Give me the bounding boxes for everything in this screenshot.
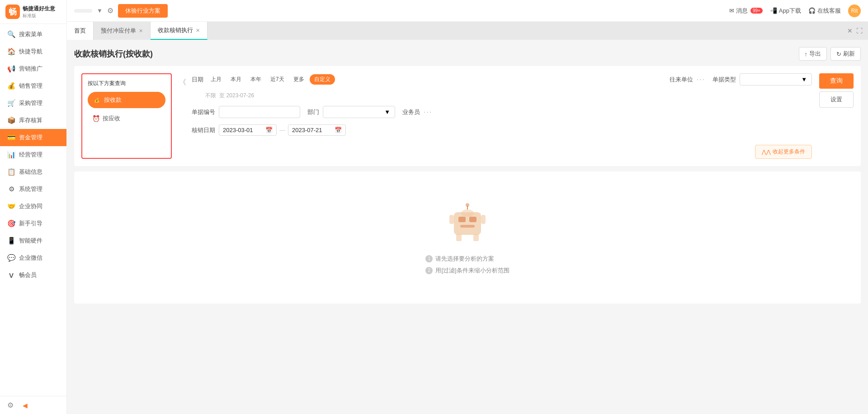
sidebar-item-collab[interactable]: 🤝 企业协同 — [0, 198, 66, 215]
date-tab-7days[interactable]: 近7天 — [267, 74, 288, 85]
system-icon: ⚙ — [7, 185, 15, 193]
sidebar-label-sales: 销售管理 — [19, 82, 42, 90]
counterpart-selector[interactable]: ··· — [697, 76, 705, 84]
sidebar-item-hardware[interactable]: 📱 智能硬件 — [0, 232, 66, 249]
setting-button[interactable]: 设置 — [819, 91, 854, 108]
verify-date-end-calendar-icon[interactable]: 📅 — [335, 127, 342, 133]
search-menu-icon: 🔍 — [7, 30, 15, 38]
doc-no-input[interactable] — [219, 106, 300, 118]
dept-label: 部门 — [307, 108, 319, 116]
chevron-up-icon: ⋀⋀ — [762, 149, 771, 155]
purchase-icon: 🛒 — [7, 99, 15, 107]
dept-filter: 部门 ▼ — [307, 106, 395, 118]
date-tab-last-month[interactable]: 上月 — [207, 74, 225, 85]
app-logo-icon: 畅 — [5, 5, 20, 19]
svg-rect-9 — [456, 234, 462, 241]
date-tab-more[interactable]: 更多 — [290, 74, 308, 85]
verify-date-start-calendar-icon[interactable]: 📅 — [265, 127, 273, 133]
more-conditions-row: ⋀⋀ 收起更多条件 — [192, 141, 812, 159]
sidebar-settings-icon[interactable]: ⚙ — [7, 401, 14, 409]
sidebar-label-inventory: 库存核算 — [19, 116, 42, 124]
sidebar-item-basic-info[interactable]: 📋 基础信息 — [0, 163, 66, 181]
message-area[interactable]: ✉ 消息 99+ — [729, 7, 763, 15]
logo-text-block: 畅捷通好生意 标准版 — [23, 5, 55, 19]
doc-type-filter: 单据类型 ▼ — [712, 73, 812, 86]
filter-row-3: 核销日期 📅 — 📅 — [192, 124, 812, 136]
sidebar-item-business[interactable]: 📊 经营管理 — [0, 146, 66, 163]
tab-prepay-close-icon[interactable]: ✕ — [139, 28, 143, 34]
tabbar-actions: ✕ ⛶ — [847, 27, 868, 34]
app-download-icon: 📲 — [770, 7, 777, 14]
date-nolimit-text: 不限 — [205, 92, 216, 99]
tab-fullscreen-icon[interactable]: ⛶ — [856, 27, 863, 34]
empty-tip-1: 1 请先选择要分析的方案 — [425, 253, 509, 265]
doc-type-label: 单据类型 — [712, 76, 736, 84]
salesperson-filter: 业务员 ··· — [402, 108, 432, 116]
tab-home[interactable]: 首页 — [67, 22, 94, 40]
sidebar-item-finance[interactable]: 💳 资金管理 — [0, 129, 66, 146]
sidebar-item-purchase[interactable]: 🛒 采购管理 — [0, 95, 66, 112]
sidebar-item-system[interactable]: ⚙ 系统管理 — [0, 181, 66, 198]
sidebar-item-marketing[interactable]: 📢 营销推广 — [0, 60, 66, 77]
tab-receipt-offset[interactable]: 收款核销执行 ✕ — [151, 22, 208, 40]
query-button[interactable]: 查询 — [819, 73, 854, 89]
sidebar-label-marketing: 营销推广 — [19, 65, 42, 73]
doc-type-select[interactable]: ▼ — [740, 73, 812, 86]
sidebar-item-inventory[interactable]: 📦 库存核算 — [0, 112, 66, 129]
company-name — [74, 9, 92, 13]
export-icon: ↑ — [805, 51, 808, 57]
refresh-button[interactable]: ↻ 刷新 — [830, 47, 861, 61]
salesperson-selector[interactable]: ··· — [424, 108, 432, 116]
collapse-more-button[interactable]: ⋀⋀ 收起更多条件 — [755, 145, 812, 159]
filter-date-item: 日期 上月 本月 本年 近7天 更多 自定义 — [192, 74, 335, 85]
sidebar-item-quick-nav[interactable]: 🏠 快捷导航 — [0, 43, 66, 60]
dept-dropdown-icon: ▼ — [384, 109, 390, 115]
verify-date-start-input[interactable] — [223, 127, 264, 133]
svg-rect-4 — [449, 215, 454, 224]
date-tab-this-month[interactable]: 本月 — [227, 74, 245, 85]
tabbar: 首页 预付冲应付单 ✕ 收款核销执行 ✕ ✕ ⛶ — [67, 22, 868, 40]
tab-receipt-close-icon[interactable]: ✕ — [196, 28, 200, 33]
by-receivable-label: 按应收 — [103, 114, 120, 123]
filter-row-1: 日期 上月 本月 本年 近7天 更多 自定义 往来单位 ··· — [192, 73, 812, 86]
sidebar-collapse-icon[interactable]: ◀ — [23, 402, 28, 409]
inventory-icon: 📦 — [7, 116, 15, 124]
filter-option-by-receipt[interactable]: 💰 按收款 — [88, 92, 165, 108]
by-receivable-icon: ⏰ — [92, 115, 100, 122]
message-icon: ✉ — [729, 7, 734, 14]
app-download-label: App下载 — [779, 7, 801, 15]
sidebar-item-sales[interactable]: 💰 销售管理 — [0, 77, 66, 95]
business-icon: 📊 — [7, 151, 15, 159]
sidebar-item-guide[interactable]: 🎯 新手引导 — [0, 215, 66, 232]
counterpart-label: 往来单位 — [670, 76, 693, 84]
sidebar-item-wecom[interactable]: 💬 企业微信 — [0, 249, 66, 266]
tab-close-all-icon[interactable]: ✕ — [847, 27, 853, 34]
online-service-area[interactable]: 🎧 在线客服 — [808, 7, 841, 15]
settings-gear-icon[interactable]: ⚙ — [107, 6, 113, 15]
sidebar-item-search-menu[interactable]: 🔍 搜索菜单 — [0, 26, 66, 43]
filter-wrapper: 按以下方案查询 💰 按收款 ⏰ 按应收 《 日期 — [74, 66, 861, 166]
doc-type-dropdown-icon: ▼ — [801, 76, 807, 83]
page-header: 收款核销执行(按收款) ↑ 导出 ↻ 刷新 — [74, 47, 861, 61]
verify-date-end-input[interactable] — [292, 127, 333, 133]
date-tabs: 上月 本月 本年 近7天 更多 自定义 — [207, 74, 335, 85]
sidebar-label-collab: 企业协同 — [19, 202, 42, 210]
date-tab-custom[interactable]: 自定义 — [310, 74, 335, 85]
filter-collapse-toggle[interactable]: 《 — [179, 78, 186, 87]
sidebar-label-system: 系统管理 — [19, 185, 42, 193]
by-receipt-icon: 💰 — [92, 95, 101, 105]
online-service-icon: 🎧 — [808, 7, 816, 14]
industry-solution-button[interactable]: 休验行业方案 — [118, 4, 168, 18]
topbar: ▼ ⚙ 休验行业方案 ✉ 消息 99+ 📲 App下载 🎧 在线客服 Rit — [67, 0, 868, 22]
dept-select[interactable]: ▼ — [323, 106, 395, 118]
filter-option-by-receivable[interactable]: ⏰ 按应收 — [88, 111, 165, 126]
tab-prepay-offset[interactable]: 预付冲应付单 ✕ — [94, 22, 151, 40]
user-avatar[interactable]: Rit — [848, 5, 861, 17]
date-tab-this-year[interactable]: 本年 — [247, 74, 265, 85]
export-button[interactable]: ↑ 导出 — [799, 47, 827, 61]
sidebar-item-member[interactable]: V 畅会员 — [0, 266, 66, 284]
tab-home-label: 首页 — [74, 27, 86, 35]
collab-icon: 🤝 — [7, 202, 15, 210]
app-download-area[interactable]: 📲 App下载 — [770, 7, 801, 15]
dropdown-icon[interactable]: ▼ — [97, 7, 103, 14]
